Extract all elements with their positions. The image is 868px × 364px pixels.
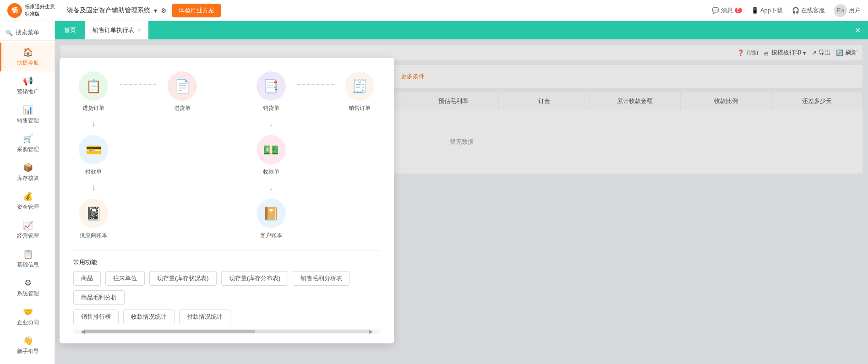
sidebar: 🔍 搜索菜单 🏠 快捷导航 📢 营销推广 📊 销售管理 🛒 采购管理 📦 库存核… — [0, 21, 55, 364]
arrow-to-customer: ↓ — [269, 183, 273, 191]
func-btn-stock-status[interactable]: 现存量(库存状况表) — [149, 271, 217, 286]
sidebar-item-newcomer[interactable]: 👋 新手引导 — [0, 331, 55, 360]
func-btn-sales-profit[interactable]: 销售毛利分析表 — [293, 271, 350, 286]
search-icon: 🔍 — [5, 29, 13, 36]
sale-h-arrow — [297, 84, 334, 85]
system-title-text: 装备及固定资产辅助管理系统 — [67, 6, 150, 15]
sidebar-item-inventory[interactable]: 📦 库存核算 — [0, 158, 55, 187]
sidebar-item-enterprise[interactable]: 🤝 企业协同 — [0, 302, 55, 331]
sale-order-column: 🧾 销售订单 — [345, 71, 374, 112]
finance-icon: 💰 — [23, 191, 33, 201]
system-title-area: 装备及固定资产辅助管理系统 ▾ ⚙ — [67, 6, 167, 15]
sale-order-circle: 🧾 — [345, 71, 374, 101]
purchase-receipt-column: 📄 进货单 — [168, 71, 197, 112]
main-layout: 🔍 搜索菜单 🏠 快捷导航 📢 营销推广 📊 销售管理 🛒 采购管理 📦 库存核… — [0, 21, 868, 364]
purchase-icon: 🛒 — [23, 134, 33, 144]
func-btns-row1: 商品 往来单位 现存量(库存状况表) 现存量(库存分布表) 销售毛利分析表 商品… — [73, 271, 380, 305]
page-content: ❓ 帮助 🖨 按模板打印 ▾ ↗ 导出 🔄 刷新 — [55, 39, 868, 364]
arrow-to-payment: ↓ — [92, 120, 96, 128]
scroll-thumb — [85, 330, 255, 333]
purchase-h-arrow — [120, 84, 156, 85]
scroll-right-arrow[interactable]: ▶ — [369, 328, 373, 335]
operations-icon: 📈 — [23, 220, 33, 230]
search-menu-item[interactable]: 🔍 搜索菜单 — [0, 25, 55, 41]
modal-overlay[interactable]: 📋 进货订单 ↓ 💳 — [55, 39, 868, 364]
sidebar-item-finance[interactable]: 💰 资金管理 — [0, 187, 55, 216]
settings-icon[interactable]: ⚙ — [161, 7, 167, 14]
sidebar-item-basic-info[interactable]: 📋 基础信息 — [0, 244, 55, 273]
tab-close-icon[interactable]: × — [138, 27, 141, 33]
func-btn-product[interactable]: 商品 — [73, 271, 101, 286]
app-logo-icon: 畅 — [7, 3, 22, 18]
sidebar-item-operations[interactable]: 📈 经营管理 — [0, 216, 55, 244]
func-btns-row2: 销售排行榜 收款情况统计 付款情况统计 — [73, 310, 380, 324]
common-functions-title: 常用功能 — [73, 258, 380, 266]
scroll-left-arrow[interactable]: ◀ — [81, 328, 85, 335]
system-icon: ⚙ — [24, 278, 32, 288]
sale-receipt-label: 销货单 — [263, 104, 279, 112]
func-btn-receipt-stats[interactable]: 收款情况统计 — [123, 310, 175, 324]
app-download-item[interactable]: 📱 App下载 — [751, 6, 783, 15]
header-right: 💬 消息 5 📱 App下载 🎧 在线客服 Ea 用户 — [712, 4, 861, 17]
sidebar-item-purchase[interactable]: 🛒 采购管理 — [0, 129, 55, 158]
purchase-receipt-label: 进货单 — [174, 104, 191, 112]
message-icon: 💬 — [712, 7, 719, 14]
scroll-track[interactable] — [85, 330, 369, 333]
sidebar-item-sales[interactable]: 📊 销售管理 — [0, 100, 55, 129]
sidebar-item-system[interactable]: ⚙ 系统管理 — [0, 273, 55, 302]
scroll-bar-area: ◀ ▶ — [73, 329, 380, 334]
tab-bar: 首页 销售订单执行表 × ✕ — [55, 21, 868, 39]
down-arrow-icon2: ↓ — [92, 183, 96, 191]
tab-active[interactable]: 销售订单执行表 × — [85, 21, 148, 39]
func-btn-product-profit[interactable]: 商品毛利分析 — [73, 290, 125, 305]
trial-button[interactable]: 体验行业方案 — [172, 4, 221, 17]
flow-diagram: 📋 进货订单 ↓ 💳 — [73, 71, 380, 239]
customer-account-label: 客户账本 — [260, 232, 282, 239]
online-service-item[interactable]: 🎧 在线客服 — [792, 6, 825, 15]
down-arrow-icon: ↓ — [92, 120, 96, 128]
sidebar-item-quick-nav[interactable]: 🏠 快捷导航 — [0, 43, 55, 71]
sidebar-item-marketing[interactable]: 📢 营销推广 — [0, 71, 55, 100]
sales-icon: 📊 — [23, 105, 33, 115]
avatar: Ea — [834, 4, 847, 17]
receipt-node[interactable]: 💵 收款单 — [257, 135, 286, 176]
func-btn-stock-dist[interactable]: 现存量(库存分布表) — [221, 271, 289, 286]
enterprise-icon: 🤝 — [23, 307, 33, 317]
sale-order-label: 销售订单 — [349, 104, 371, 112]
arrow-to-supplier: ↓ — [92, 183, 96, 191]
func-btn-sales-rank[interactable]: 销售排行榜 — [73, 310, 119, 324]
purchase-flow-column: 📋 进货订单 ↓ 💳 — [79, 71, 108, 239]
payment-node[interactable]: 💳 付款单 — [79, 135, 108, 176]
purchase-receipt-circle: 📄 — [168, 71, 197, 101]
content-area: 首页 销售订单执行表 × ✕ ❓ 帮助 🖨 按模板打印 ▾ — [55, 21, 868, 364]
purchase-receipt-node[interactable]: 📄 进货单 — [168, 71, 197, 112]
modal-box: 📋 进货订单 ↓ 💳 — [60, 58, 394, 343]
func-btn-payment-stats[interactable]: 付款情况统计 — [179, 310, 230, 324]
top-header: 畅 畅康通好生意 标准版 装备及固定资产辅助管理系统 ▾ ⚙ 体验行业方案 💬 … — [0, 0, 868, 21]
func-btn-contacts[interactable]: 往来单位 — [105, 271, 145, 286]
message-item[interactable]: 💬 消息 5 — [712, 6, 742, 15]
down-arrow-icon3: ↓ — [269, 120, 273, 128]
tab-bar-close-btn[interactable]: ✕ — [847, 26, 868, 35]
arrow-to-receipt: ↓ — [269, 120, 273, 128]
headset-icon: 🎧 — [792, 7, 799, 14]
logo-area: 畅 畅康通好生意 标准版 — [7, 3, 62, 18]
customer-circle: 📔 — [257, 199, 286, 228]
receipt-label: 收款单 — [263, 168, 279, 176]
payment-circle: 💳 — [79, 135, 108, 164]
sale-receipt-circle: 📑 — [257, 71, 286, 101]
h-arrow-sale — [297, 71, 334, 85]
newcomer-icon: 👋 — [23, 336, 33, 346]
supplier-account-node[interactable]: 📓 供应商账本 — [79, 199, 108, 239]
message-badge: 5 — [735, 8, 742, 13]
purchase-order-label: 进货订单 — [82, 104, 104, 112]
sale-order-node[interactable]: 🧾 销售订单 — [345, 71, 374, 112]
common-functions-section: 常用功能 商品 往来单位 现存量(库存状况表) 现存量(库存分布表) 销售毛利分… — [73, 250, 380, 334]
title-dropdown-icon[interactable]: ▾ — [154, 7, 157, 14]
user-item[interactable]: Ea 用户 — [834, 4, 861, 17]
purchase-order-node[interactable]: 📋 进货订单 — [79, 71, 108, 112]
inventory-icon: 📦 — [23, 163, 33, 173]
tab-home[interactable]: 首页 — [55, 21, 85, 39]
customer-account-node[interactable]: 📔 客户账本 — [257, 199, 286, 239]
sale-receipt-node[interactable]: 📑 销货单 — [257, 71, 286, 112]
